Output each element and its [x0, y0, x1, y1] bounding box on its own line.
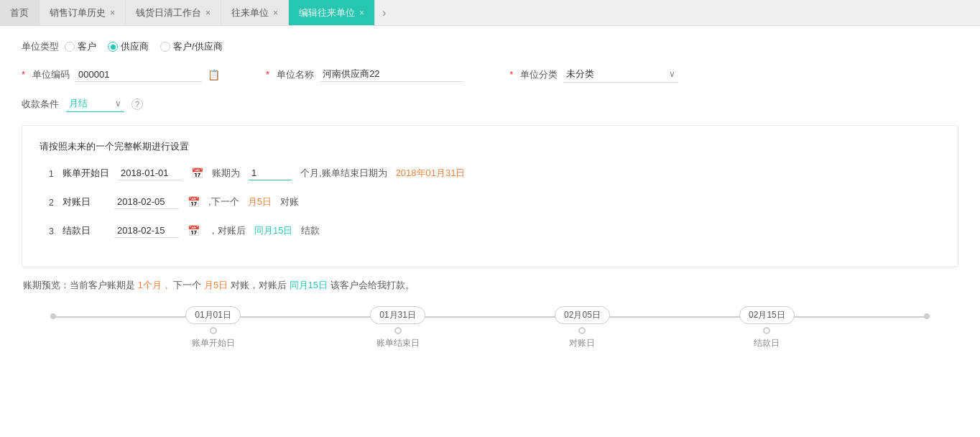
timeline-node-2-dot — [394, 327, 402, 334]
unit-type-row: 单位类型 客户 供应商 客户/供应商 — [22, 40, 958, 53]
period-start-date-input[interactable] — [118, 166, 182, 180]
radio-supplier-label: 供应商 — [121, 40, 149, 53]
preview-reconcile-highlight: 月5日 — [204, 280, 228, 290]
period-row-2: 2 对账日 📅 ,下一个 月5日 对账 — [40, 195, 940, 209]
timeline-node-1-pill: 01月01日 — [185, 306, 241, 324]
tab-partner-unit-close[interactable]: × — [273, 8, 278, 18]
preview-payment-suffix: 该客户会给我打款。 — [330, 280, 415, 290]
payment-condition-row: 收款条件 月结 ∨ ? — [22, 96, 958, 112]
unit-category-select[interactable]: 未分类 ∨ — [563, 66, 678, 83]
tab-partner-unit[interactable]: 往来单位 × — [221, 0, 289, 25]
period-row-2-prefix: ,下一个 — [208, 196, 239, 208]
unit-type-field: 单位类型 客户 供应商 客户/供应商 — [22, 40, 223, 53]
period-start-calendar-icon[interactable]: 📅 — [191, 167, 203, 179]
unit-type-label: 单位类型 — [22, 40, 59, 53]
period-row-3-num: 3 — [40, 226, 54, 236]
radio-customer[interactable]: 客户 — [65, 40, 96, 53]
preview-label: 账期预览：当前客户账期是 — [23, 280, 135, 290]
unit-name-input[interactable] — [320, 68, 463, 82]
unit-category-label: 单位分类 — [520, 68, 558, 81]
tab-home[interactable]: 首页 — [0, 0, 40, 25]
unit-info-row: * 单位编码 📋 * 单位名称 * 单位分类 未分类 ∨ — [22, 66, 958, 83]
help-icon-text: ? — [135, 100, 139, 109]
period-payment-calendar-icon[interactable]: 📅 — [188, 225, 200, 236]
timeline-right-end — [924, 313, 930, 319]
unit-code-input[interactable] — [75, 68, 202, 82]
radio-customer-circle — [65, 42, 75, 52]
payment-condition-select[interactable]: 月结 ∨ — [66, 96, 124, 112]
tab-sales-order-history[interactable]: 销售订单历史 × — [40, 0, 126, 25]
timeline-node-2: 01月31日 账单结束日 — [370, 306, 425, 349]
preview-reconcile-prefix: 下一个 — [173, 280, 201, 290]
payment-help-icon[interactable]: ? — [131, 98, 143, 110]
period-row-3-label: 结款日 — [63, 224, 106, 237]
period-row-1-suffix: 个月,账单结束日期为 — [300, 167, 387, 180]
timeline-left-dot — [50, 313, 56, 319]
radio-supplier-circle — [108, 42, 118, 52]
radio-customer-supplier-label: 客户/供应商 — [173, 40, 223, 53]
period-row-3-highlight: 同月15日 — [254, 224, 292, 237]
period-row-2-post: 对账 — [280, 196, 299, 208]
timeline-node-3-label: 对账日 — [569, 337, 595, 349]
period-row-1-label: 账单开始日 — [63, 167, 109, 180]
tab-edit-partner[interactable]: 编辑往来单位 × — [289, 0, 375, 25]
tab-cash-work[interactable]: 钱货日清工作台 × — [126, 0, 221, 25]
radio-supplier[interactable]: 供应商 — [108, 40, 149, 53]
tab-home-label: 首页 — [10, 6, 29, 19]
tab-partner-unit-label: 往来单位 — [231, 6, 269, 19]
timeline-node-4-dot — [763, 327, 770, 334]
unit-code-label: 单位编码 — [32, 68, 70, 81]
tabs-bar: 首页 销售订单历史 × 钱货日清工作台 × 往来单位 × 编辑往来单位 × › — [0, 0, 980, 26]
payment-condition-value: 月结 — [69, 97, 112, 110]
tab-sales-order-history-close[interactable]: × — [110, 8, 115, 18]
period-row-1: 1 账单开始日 📅 账期为 个月,账单结束日期为 2018年01月31日 — [40, 166, 940, 180]
period-settings-box: 请按照未来的一个完整帐期进行设置 1 账单开始日 📅 账期为 个月,账单结束日期… — [22, 125, 958, 267]
unit-code-calendar-icon[interactable]: 📋 — [208, 69, 220, 80]
unit-code-required: * — [22, 69, 25, 80]
main-content: 单位类型 客户 供应商 客户/供应商 — [0, 26, 980, 437]
period-end-date-highlight: 2018年01月31日 — [396, 167, 466, 180]
period-payment-date-input[interactable] — [114, 224, 179, 238]
unit-name-field: * 单位名称 — [266, 68, 463, 82]
period-row-3: 3 结款日 📅 ，对账后 同月15日 结款 — [40, 224, 940, 238]
tab-edit-partner-label: 编辑往来单位 — [299, 6, 355, 19]
timeline-left-end — [50, 313, 56, 319]
preview-month: 1个月， — [138, 280, 171, 290]
unit-category-required: * — [509, 69, 513, 80]
period-month-input[interactable] — [249, 166, 292, 180]
tabs-more-button[interactable]: › — [375, 0, 393, 25]
tabs-more-icon: › — [382, 6, 386, 19]
period-row-3-prefix: ，对账后 — [208, 224, 246, 237]
timeline-node-4: 02月15日 结款日 — [739, 306, 795, 349]
radio-supplier-dot — [111, 45, 116, 50]
unit-category-value: 未分类 — [566, 68, 666, 80]
unit-category-field: * 单位分类 未分类 ∨ — [509, 66, 678, 83]
tab-cash-work-close[interactable]: × — [205, 8, 211, 18]
timeline-container: 01月01日 账单开始日 01月31日 账单结束日 02月05日 对账日 — [22, 306, 958, 378]
unit-type-radio-group: 客户 供应商 客户/供应商 — [65, 40, 223, 53]
timeline-node-4-label: 结款日 — [754, 337, 780, 349]
radio-customer-supplier[interactable]: 客户/供应商 — [160, 40, 223, 53]
radio-customer-label: 客户 — [78, 40, 96, 53]
timeline-node-1-dot — [210, 327, 217, 334]
preview-text: 账期预览：当前客户账期是 1个月， 下一个 月5日 对账，对账后 同月15日 该… — [22, 279, 958, 292]
period-row-3-post: 结款 — [301, 224, 320, 237]
timeline: 01月01日 账单开始日 01月31日 账单结束日 02月05日 对账日 — [50, 306, 930, 349]
timeline-node-4-pill: 02月15日 — [739, 306, 795, 324]
tab-cash-work-label: 钱货日清工作台 — [136, 6, 201, 19]
tab-sales-order-history-label: 销售订单历史 — [50, 6, 106, 19]
period-row-2-highlight: 月5日 — [248, 196, 272, 208]
tab-edit-partner-close[interactable]: × — [359, 8, 364, 18]
timeline-node-3: 02月05日 对账日 — [555, 306, 610, 349]
period-row-2-num: 2 — [40, 197, 54, 208]
timeline-node-3-pill: 02月05日 — [555, 306, 610, 324]
preview-payment-highlight: 同月15日 — [290, 280, 328, 290]
unit-name-required: * — [266, 69, 269, 80]
period-reconcile-date-input[interactable] — [114, 195, 179, 209]
period-reconcile-calendar-icon[interactable]: 📅 — [188, 196, 200, 208]
preview-reconcile-suffix: 对账，对账后 — [231, 280, 287, 290]
period-box-title: 请按照未来的一个完整帐期进行设置 — [40, 140, 940, 153]
timeline-node-1: 01月01日 账单开始日 — [185, 306, 241, 349]
period-row-1-num: 1 — [40, 168, 54, 179]
timeline-right-dot — [924, 313, 930, 319]
